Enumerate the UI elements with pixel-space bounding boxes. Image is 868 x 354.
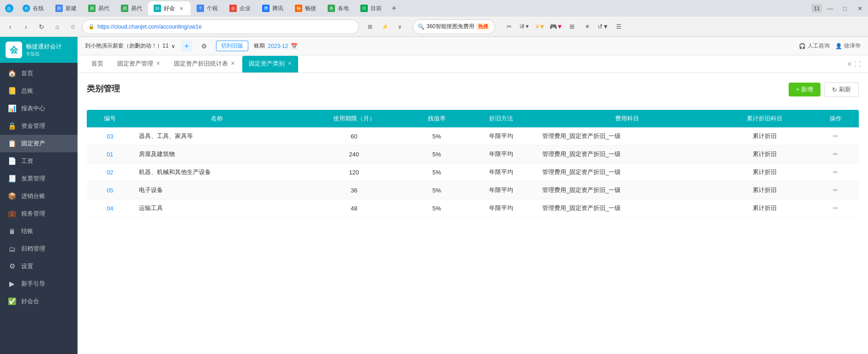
edit-icon[interactable]: ✏ [833,150,838,158]
sidebar-item-settings[interactable]: ⚙ 设置 [0,258,78,275]
cell-accumulated: 累计折旧 [718,163,812,181]
calendar-icon[interactable]: 📅 [291,43,298,49]
sidebar-item-checkout[interactable]: 🖩 结账 [0,222,78,240]
settings-topbar-icon[interactable]: ⚙ [198,40,210,53]
menu-button[interactable]: ☰ [611,19,626,34]
switch-old-version-button[interactable]: 切到旧版 [216,41,248,51]
tab-count-badge: 11 [812,4,822,12]
sidebar-item-inventory[interactable]: 📦 进销台账 [0,187,78,205]
add-account-button[interactable]: + [181,41,192,52]
translate-icon[interactable]: 译▼ [517,19,532,34]
account-dropdown-icon[interactable]: ∨ [171,43,175,49]
expand-address-icon[interactable]: ∨ [393,20,406,33]
cell-expense: 管理费用_固定资产折旧_一级 [537,127,718,145]
search-icon: 🔍 [418,24,425,30]
history-icon[interactable]: ↺▼ [596,19,611,34]
browser-tab-new[interactable]: 新 新建 [50,1,82,15]
sidebar-item-fixed-assets[interactable]: 📋 固定资产 [0,135,78,152]
data-table: 编号 名称 使用期限（月） 残值率 折旧方法 费用科目 累计折旧科目 操作 03… [87,110,859,217]
fixed-assets-icon: 📋 [7,139,17,148]
page-tab-close-depreciation-stats[interactable]: ✕ [231,60,235,66]
sidebar-item-archive[interactable]: 🗂 归档管理 [0,240,78,258]
refresh-label: 刷新 [839,85,851,94]
sidebar-item-reports[interactable]: 📊 报表中心 [0,100,78,117]
tab-close-haohui[interactable]: ✕ [178,5,185,12]
cell-name: 机器、机械和其他生产设备 [133,163,301,181]
bookmark-button[interactable]: ☆ [66,20,79,33]
page-tab-fixed-assets-mgmt[interactable]: 固定资产管理 ✕ [111,56,167,72]
cell-months: 60 [300,127,407,145]
sidebar-item-funds[interactable]: 🔒 资金管理 [0,117,78,135]
address-bar[interactable]: 🔒 https://cloud.chanjet.com/accounting/u… [82,19,359,34]
new-tab-button[interactable]: + [388,2,401,15]
action-bar: + 新增 ↻ 刷新 [789,82,859,97]
edit-icon[interactable]: ✏ [833,186,838,194]
browser-tab-changjie[interactable]: 畅 畅捷 [289,1,322,15]
cell-accumulated: 累计折旧 [718,181,812,199]
cell-months: 36 [300,181,407,199]
browser-tab-qiye[interactable]: 企 企业 [224,1,256,15]
sidebar-item-label-archive: 归档管理 [21,245,45,253]
refresh-button[interactable]: ↻ 刷新 [824,82,859,97]
browser-tab-tencent[interactable]: 腾 腾讯 [257,1,289,15]
cell-accumulated: 累计折旧 [718,199,812,217]
sidebar-item-tax[interactable]: 💼 税务管理 [0,205,78,222]
edit-icon[interactable]: ✏ [833,168,838,176]
home-button[interactable]: ⌂ [51,20,64,33]
tab-expand-icon[interactable]: ⛶ [854,60,861,68]
brightness-icon[interactable]: ☀ [580,19,595,34]
page-tab-close-fixed-assets-mgmt[interactable]: ✕ [156,60,160,66]
customer-service[interactable]: 🎧 人工咨询 [799,42,830,50]
sidebar-item-home[interactable]: 🏠 首页 [0,65,78,82]
game-icon[interactable]: 🎮▼ [549,19,563,34]
scissors-icon[interactable]: ✂ [502,19,516,34]
forward-button[interactable]: › [19,20,32,33]
col-header-expense: 费用科目 [537,110,718,127]
sidebar-item-partner[interactable]: ✅ 好会合 [0,293,78,310]
sidebar-item-salary[interactable]: 📄 工资 [0,152,78,170]
back-button[interactable]: ‹ [4,20,17,33]
partner-icon: ✅ [7,297,17,306]
browser-tab-geshui[interactable]: 个 个税 [191,1,223,15]
cell-action[interactable]: ✏ [812,145,859,163]
user-name: 徐泽华 [844,42,861,50]
search-bar[interactable]: 🔍 360智能抠图免费用 热搜 [413,19,495,34]
performance-icon[interactable]: ⚡ [378,20,391,33]
cell-action[interactable]: ✏ [812,163,859,181]
sidebar-item-ledger[interactable]: 📒 总账 [0,82,78,100]
page-tab-home[interactable]: 首页 [85,56,110,72]
browser-tab-gedi[interactable]: 各 各地 [322,1,354,15]
wallet-icon[interactable]: ¥▼ [533,19,548,34]
cell-action[interactable]: ✏ [812,199,859,217]
page-tab-category[interactable]: 固定资产类别 ✕ [242,56,298,72]
cell-action[interactable]: ✏ [812,127,859,145]
cell-action[interactable]: ✏ [812,181,859,199]
sidebar-item-invoice[interactable]: 🧾 发票管理 [0,170,78,187]
browser-tab-yidai2[interactable]: 易 易代 [115,1,148,15]
cell-name: 运输工具 [133,199,301,217]
guide-icon: ▶ [7,280,17,288]
cell-code: 02 [87,163,133,181]
page-tab-depreciation-stats[interactable]: 固定资产折旧统计表 ✕ [168,56,241,72]
browser-tab-muqian[interactable]: 目 目前 [355,1,387,15]
account-name: 刘小艳演示新套（勿删勿动！）11 [85,42,168,50]
cell-method: 年限平均 [466,127,537,145]
browser-tab-haohui[interactable]: 好 好会 ✕ [148,1,191,15]
add-button[interactable]: + 新增 [789,83,820,96]
tab-collapse-icon[interactable]: ✕ [847,60,852,68]
browser-tab-yidai1[interactable]: 易 易代 [83,1,115,15]
minimize-button[interactable]: — [824,2,837,15]
browser-tab-online[interactable]: 在 在线 [17,1,49,15]
grid-icon[interactable]: ⊞ [564,19,579,34]
archive-icon: 🗂 [7,245,17,253]
close-window-button[interactable]: ✕ [853,2,866,15]
page-tab-close-category[interactable]: ✕ [287,60,292,66]
page-title: 类别管理 [87,83,120,94]
edit-icon[interactable]: ✏ [833,204,838,212]
user-info[interactable]: 👤 徐泽华 [835,42,861,50]
site-settings-icon[interactable]: ⊞ [364,20,377,33]
maximize-button[interactable]: □ [838,2,851,15]
sidebar-item-guide[interactable]: ▶ 新手引导 [0,275,78,293]
reload-button[interactable]: ↻ [35,20,48,33]
edit-icon[interactable]: ✏ [833,132,838,140]
